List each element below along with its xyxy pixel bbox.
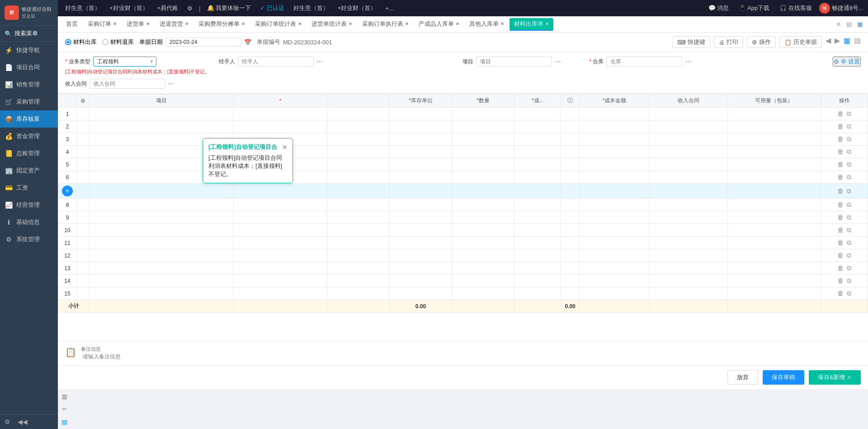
sidebar-item-finance[interactable]: 💰 资金管理 — [0, 128, 58, 145]
copy-row-button[interactable]: ⧉ — [846, 148, 852, 156]
tile-view-button[interactable]: ▤ — [844, 21, 854, 28]
tab-close-icon[interactable]: ✕ — [500, 21, 504, 26]
add-row-button[interactable]: + — [62, 186, 73, 196]
tooltip-close-icon[interactable]: ✕ — [282, 144, 287, 151]
sidebar-item-salary[interactable]: 💳 工资 — [0, 179, 58, 196]
active-cell-input[interactable] — [80, 188, 85, 195]
right-panel-edit-icon[interactable]: ✏ — [62, 405, 67, 413]
global-settings-icon[interactable]: ⚙ — [184, 4, 195, 13]
close-all-button[interactable]: ✕ — [834, 21, 843, 28]
global-nav-haoshengyi[interactable]: 好生意（首） — [62, 3, 103, 13]
sidebar-item-purchase[interactable]: 🛒 采购管理 — [0, 93, 58, 110]
search-menu-button[interactable]: 🔍 搜索菜单 — [0, 26, 58, 42]
history-button[interactable]: 📋 历史单据 — [779, 36, 822, 48]
income-contract-more-icon[interactable]: ··· — [168, 80, 174, 88]
business-type-select[interactable]: 工程领料 直接领料 — [93, 57, 156, 67]
copy-row-button[interactable]: ⧉ — [846, 264, 852, 272]
th-settings[interactable]: ⚙ — [77, 94, 90, 108]
handler-more-icon[interactable]: ··· — [316, 57, 322, 66]
tab-close-icon[interactable]: ✕ — [113, 21, 117, 26]
tab-purchase-order[interactable]: 采购订单 ✕ — [83, 18, 121, 31]
radio-material-outbound[interactable]: 材料出库 — [65, 38, 97, 46]
save-new-button[interactable]: 保存&新增 ∧ — [809, 370, 861, 385]
global-nav4[interactable]: +... — [382, 4, 396, 13]
global-nav-haoyecai[interactable]: +好业财（首） — [107, 3, 151, 13]
delete-row-button[interactable]: 🗑 — [836, 148, 844, 155]
delete-row-button[interactable]: 🗑 — [836, 187, 844, 195]
delete-row-button[interactable]: 🗑 — [836, 239, 844, 246]
warehouse-more-icon[interactable]: ··· — [685, 57, 691, 66]
global-nav2[interactable]: 好生意（首） — [291, 3, 331, 13]
copy-row-button[interactable]: ⧉ — [846, 173, 852, 181]
tab-home[interactable]: 首页 — [61, 18, 82, 31]
radio-material-return[interactable]: 材料退库 — [102, 38, 134, 46]
tab-incoming-stats[interactable]: 进货单统计表 ✕ — [307, 18, 357, 31]
copy-row-button[interactable]: ⧉ — [846, 252, 852, 259]
settings-button[interactable]: ⚙ ⚙ 设置 — [833, 57, 861, 67]
user-menu[interactable]: 畅 畅捷通8号... — [819, 3, 863, 14]
copy-row-button[interactable]: ⧉ — [846, 214, 852, 221]
copy-row-button[interactable]: ⧉ — [846, 277, 852, 285]
copy-row-button[interactable]: ⧉ — [846, 161, 852, 168]
collapse-icon[interactable]: ◀◀ — [18, 418, 28, 425]
app-download-button[interactable]: 📱 App下载 — [736, 3, 772, 13]
tab-other-inbound[interactable]: 其他入库单 ✕ — [465, 18, 509, 31]
save-draft-button[interactable]: 保存草稿 — [763, 370, 804, 385]
online-service-button[interactable]: 🎧 在线客服 — [777, 3, 815, 13]
right-panel-active-icon[interactable]: ▤ — [61, 418, 67, 425]
tab-incoming[interactable]: 进货单 ✕ — [122, 18, 154, 31]
settings-icon[interactable]: ⚙ — [5, 418, 10, 425]
sidebar-item-basic-info[interactable]: ℹ 基础信息 — [0, 214, 58, 231]
th-cost-info[interactable]: ⓘ — [561, 94, 579, 108]
global-nav-yidaizhang[interactable]: +易代账 — [155, 3, 181, 13]
grid-view-button[interactable]: ▦ — [844, 36, 850, 48]
right-panel-grid-icon[interactable]: ▦ — [61, 393, 67, 400]
tab-close-icon[interactable]: ✕ — [298, 21, 302, 26]
print-button[interactable]: 🖨 打印 — [714, 36, 743, 48]
copy-row-button[interactable]: ⧉ — [846, 110, 852, 118]
delete-row-button[interactable]: 🗑 — [836, 277, 844, 284]
delete-row-button[interactable]: 🗑 — [836, 201, 844, 208]
sidebar-item-sales[interactable]: 📊 销售管理 — [0, 76, 58, 93]
sidebar-item-ledger[interactable]: 📒 总账管理 — [0, 145, 58, 162]
project-input[interactable] — [476, 57, 552, 67]
tab-close-icon[interactable]: ✕ — [405, 21, 409, 26]
income-contract-input[interactable] — [90, 79, 165, 89]
delete-row-button[interactable]: 🗑 — [836, 226, 844, 234]
delete-row-button[interactable]: 🗑 — [836, 173, 844, 181]
quick-key-button[interactable]: ⌨ 快捷键 — [672, 36, 710, 48]
delete-row-button[interactable]: 🗑 — [836, 264, 844, 272]
tab-close-icon[interactable]: ✕ — [349, 21, 352, 26]
delete-row-button[interactable]: 🗑 — [836, 290, 844, 297]
prev-record-button[interactable]: ◀ — [826, 36, 831, 48]
copy-row-button[interactable]: ⧉ — [846, 187, 852, 195]
delete-row-button[interactable]: 🗑 — [836, 123, 844, 130]
delete-row-button[interactable]: 🗑 — [836, 161, 844, 168]
tab-purchase-execute[interactable]: 采购订单执行表 ✕ — [358, 18, 413, 31]
tab-close-icon[interactable]: ✕ — [545, 21, 549, 26]
row-active-cell[interactable] — [77, 184, 90, 199]
copy-row-button[interactable]: ⧉ — [846, 201, 852, 209]
tab-close-icon[interactable]: ✕ — [146, 21, 150, 26]
list-view-button[interactable]: ▦ — [855, 21, 864, 28]
delete-row-button[interactable]: 🗑 — [836, 252, 844, 259]
tab-close-icon[interactable]: ✕ — [456, 21, 459, 26]
delete-row-button[interactable]: 🗑 — [836, 214, 844, 221]
copy-row-button[interactable]: ⧉ — [846, 135, 852, 143]
copy-row-button[interactable]: ⧉ — [846, 290, 852, 297]
sidebar-item-fixed-assets[interactable]: 🏢 固定资产 — [0, 162, 58, 179]
sidebar-item-project-contract[interactable]: 📄 项目合同 — [0, 59, 58, 76]
tab-purchase-expense[interactable]: 采购费用分摊单 ✕ — [194, 18, 250, 31]
active-cell-input2[interactable] — [93, 188, 230, 195]
copy-row-button[interactable]: ⧉ — [846, 123, 852, 130]
copy-row-button[interactable]: ⧉ — [846, 239, 852, 247]
date-input[interactable] — [165, 38, 241, 47]
tab-product-inbound[interactable]: 产成品入库单 ✕ — [414, 18, 464, 31]
tab-purchase-stats[interactable]: 采购订单统计表 ✕ — [250, 18, 306, 31]
tab-incoming-return[interactable]: 进退货货 ✕ — [155, 18, 193, 31]
delete-row-button[interactable]: 🗑 — [836, 135, 844, 143]
warehouse-input[interactable] — [606, 57, 682, 67]
global-nav3[interactable]: +好业财（首） — [335, 3, 379, 13]
tab-close-icon[interactable]: ✕ — [185, 21, 189, 26]
delete-row-button[interactable]: 🗑 — [836, 110, 844, 117]
